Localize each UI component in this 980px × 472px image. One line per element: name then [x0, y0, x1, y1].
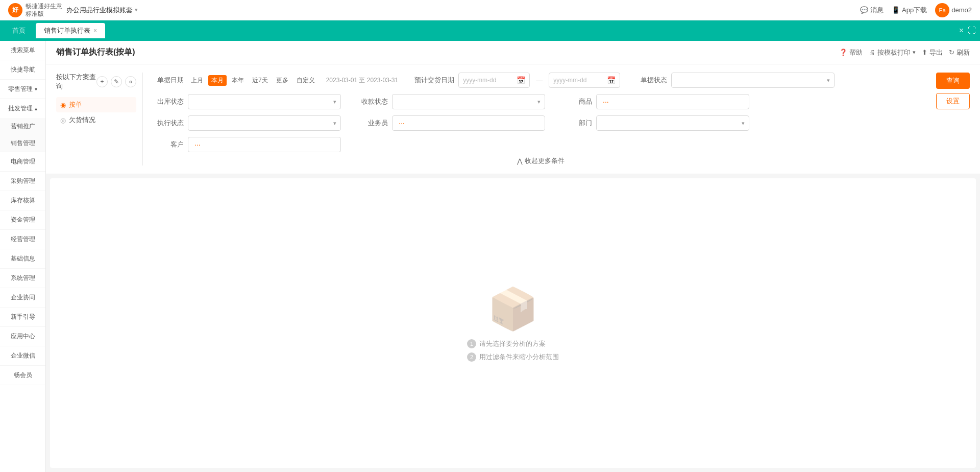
- sidebar-item-system[interactable]: 系统管理: [0, 269, 45, 288]
- sidebar-item-corp-wechat[interactable]: 企业微信: [0, 346, 45, 366]
- expected-date-end[interactable]: yyyy-mm-dd 📅: [549, 73, 620, 88]
- salesperson-select[interactable]: ···: [392, 115, 545, 131]
- filter-rows: 单据日期 上月 本月 本年 近7天 更多: [153, 73, 928, 152]
- outbound-label: 出库状态: [153, 97, 184, 106]
- sidebar-item-retail-mgmt[interactable]: 零售管理 ▾: [0, 80, 45, 99]
- date-tab-custom[interactable]: 自定义: [293, 75, 318, 86]
- template-print-btn[interactable]: 🖨 按模板打印 ▾: [869, 48, 916, 57]
- sidebar-item-app-center[interactable]: 应用中心: [0, 327, 45, 346]
- search-panel-inner: 按以下方案查询 + ✎ « ◉ 按单 ◎ 欠货情况: [56, 73, 970, 166]
- tab-home[interactable]: 首页: [4, 23, 34, 38]
- scheme-edit-btn[interactable]: ✎: [111, 76, 122, 87]
- customer-ellipsis[interactable]: ···: [192, 140, 203, 149]
- chevron-up-icon: ▴: [35, 106, 37, 111]
- empty-icon: 📦: [487, 285, 538, 333]
- sidebar-item-marketing[interactable]: 营销推广: [0, 118, 45, 135]
- window-close-icon[interactable]: ×: [959, 26, 964, 35]
- scheme-add-btn[interactable]: +: [96, 76, 108, 87]
- expected-date-label: 预计交货日期: [414, 76, 454, 85]
- collapse-btn[interactable]: ⋀ 收起更多条件: [153, 152, 928, 166]
- nav-tabs: 首页 销售订单执行表 × × ⛶: [0, 20, 980, 41]
- scheme-item-shortage[interactable]: ◎ 欠货情况: [56, 112, 136, 128]
- outbound-select[interactable]: ▾: [188, 94, 341, 109]
- dept-select[interactable]: ▾: [596, 115, 749, 131]
- sidebar-group-retail: 零售管理 ▾: [0, 80, 45, 99]
- print-icon: 🖨: [869, 49, 875, 56]
- doc-status-label: 单据状态: [636, 76, 667, 85]
- filter-field-goods: 商品 ···: [561, 94, 749, 109]
- tab-close-icon[interactable]: ×: [93, 27, 97, 34]
- sidebar-item-purchase[interactable]: 采购管理: [0, 172, 45, 191]
- refresh-btn[interactable]: ↻ 刷新: [949, 48, 970, 57]
- sidebar: 搜索菜单 快捷导航 零售管理 ▾ 批发管理 ▴ 营销推广 销售管理: [0, 41, 46, 472]
- top-bar-left: 好 畅捷通好生意 标准版 办公用品行业模拟账套 ▾: [8, 3, 138, 17]
- doc-status-chevron: ▾: [827, 77, 830, 84]
- search-panel: 按以下方案查询 + ✎ « ◉ 按单 ◎ 欠货情况: [46, 64, 980, 174]
- filter-field-exec: 执行状态 ▾: [153, 115, 341, 131]
- settings-button[interactable]: 设置: [936, 93, 970, 109]
- filter-field-receipt: 收款状态 ▾: [357, 94, 545, 109]
- date-tab-last-month[interactable]: 上月: [188, 75, 206, 86]
- sidebar-item-quick-nav[interactable]: 快捷导航: [0, 60, 45, 80]
- filter-field-customer: 客户 ···: [153, 137, 341, 152]
- doc-date-label: 单据日期: [153, 76, 184, 85]
- dept-chevron: ▾: [742, 120, 745, 127]
- empty-tip-1: 1 请先选择要分析的方案: [467, 339, 559, 348]
- message-btn[interactable]: 💬 消息: [860, 6, 884, 15]
- expected-date-start[interactable]: yyyy-mm-dd 📅: [458, 73, 530, 88]
- sidebar-item-ecommerce[interactable]: 电商管理: [0, 152, 45, 172]
- salesperson-label: 业务员: [357, 119, 388, 128]
- sidebar-item-search-menu[interactable]: 搜索菜单: [0, 41, 45, 60]
- filter-row-3: 执行状态 ▾ 业务员 ·: [153, 115, 928, 131]
- app-download-btn[interactable]: 📱 App下载: [892, 6, 927, 15]
- filter-field-outbound: 出库状态 ▾: [153, 94, 341, 109]
- export-icon: ⬆: [922, 49, 927, 56]
- customer-select[interactable]: ···: [188, 137, 341, 152]
- salesperson-ellipsis[interactable]: ···: [397, 119, 407, 127]
- scheme-item-by-order[interactable]: ◉ 按单: [56, 97, 136, 112]
- exec-select[interactable]: ▾: [188, 115, 341, 131]
- query-button[interactable]: 查询: [936, 73, 970, 89]
- goods-ellipsis[interactable]: ···: [601, 98, 611, 106]
- dept-label: 部门: [561, 119, 592, 128]
- logo-area: 好 畅捷通好生意 标准版: [8, 3, 62, 17]
- sidebar-item-inventory[interactable]: 库存核算: [0, 191, 45, 210]
- empty-tips: 1 请先选择要分析的方案 2 用过滤条件来缩小分析范围: [467, 339, 559, 362]
- date-tab-this-month[interactable]: 本月: [208, 75, 227, 86]
- sidebar-item-finance[interactable]: 资金管理: [0, 210, 45, 230]
- date-separator: —: [536, 77, 543, 84]
- help-btn[interactable]: ❓ 帮助: [839, 48, 863, 57]
- sidebar-item-membership[interactable]: 畅会员: [0, 366, 45, 385]
- date-range-text: 2023-03-01 至 2023-03-31: [326, 76, 398, 85]
- refresh-icon: ↻: [949, 49, 954, 56]
- date-tab-7days[interactable]: 近7天: [249, 75, 271, 86]
- filter-field-salesperson: 业务员 ···: [357, 115, 545, 131]
- logo-text: 畅捷通好生意 标准版: [26, 3, 62, 17]
- export-btn[interactable]: ⬆ 导出: [922, 48, 943, 57]
- message-icon: 💬: [860, 6, 868, 14]
- company-select[interactable]: 办公用品行业模拟账套 ▾: [66, 6, 138, 15]
- date-tab-this-year[interactable]: 本年: [229, 75, 247, 86]
- sidebar-item-newbie[interactable]: 新手引导: [0, 308, 45, 327]
- sidebar-item-enterprise[interactable]: 企业协同: [0, 288, 45, 308]
- calendar-icon-end: 📅: [607, 76, 616, 84]
- receipt-select[interactable]: ▾: [392, 94, 545, 109]
- window-maximize-icon[interactable]: ⛶: [968, 26, 976, 35]
- sidebar-item-base-info[interactable]: 基础信息: [0, 249, 45, 269]
- scheme-collapse-btn[interactable]: «: [125, 76, 136, 87]
- logo-icon: 好: [8, 3, 22, 17]
- avatar: Ea: [935, 3, 949, 17]
- filter-field-dept: 部门 ▾: [561, 115, 749, 131]
- tab-sales-order[interactable]: 销售订单执行表 ×: [36, 23, 105, 38]
- goods-select[interactable]: ···: [596, 94, 749, 109]
- nav-actions: × ⛶: [959, 26, 976, 35]
- receipt-chevron: ▾: [537, 99, 541, 105]
- content-area: 销售订单执行表(按单) ❓ 帮助 🖨 按模板打印 ▾ ⬆ 导出 ↻ 刷新: [46, 41, 980, 472]
- sidebar-item-operations[interactable]: 经营管理: [0, 230, 45, 249]
- sidebar-group-wholesale: 批发管理 ▴ 营销推广 销售管理: [0, 99, 45, 152]
- sidebar-item-sales-mgmt[interactable]: 销售管理: [0, 135, 45, 152]
- sidebar-item-wholesale-mgmt[interactable]: 批发管理 ▴: [0, 99, 45, 118]
- user-menu[interactable]: Ea demo2: [935, 3, 972, 17]
- date-tab-more[interactable]: 更多: [273, 75, 291, 86]
- doc-status-select[interactable]: ▾: [671, 73, 835, 88]
